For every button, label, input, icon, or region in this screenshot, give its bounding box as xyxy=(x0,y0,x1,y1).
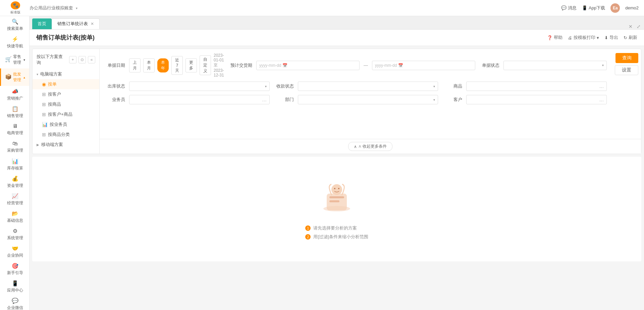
user-name[interactable]: demo2 xyxy=(625,5,639,10)
window-controls: ✕ ⤢ xyxy=(628,24,644,29)
tab-home[interactable]: 首页 xyxy=(32,18,52,29)
tab-close-icon[interactable]: ✕ xyxy=(91,21,94,26)
sidebar-item-label: 应用中心 xyxy=(7,288,23,293)
tip-text-1: 请先选择要分析的方案 xyxy=(313,224,357,232)
help-icon: ❓ xyxy=(547,35,552,40)
help-btn[interactable]: ❓ 帮助 xyxy=(547,35,562,41)
collapse-button[interactable]: ∧ ∧ 收起更多条件 xyxy=(348,142,392,151)
add-plan-icon[interactable]: + xyxy=(69,56,76,63)
dept-select[interactable]: ▾ xyxy=(298,95,438,104)
reset-button[interactable]: 设置 xyxy=(615,65,638,75)
collapse-panel-icon[interactable]: « xyxy=(88,56,95,63)
sidebar-item-inventory[interactable]: 📊 库存核算 xyxy=(0,156,29,173)
date-btn-this-month[interactable]: 本月 xyxy=(143,58,155,72)
sidebar-item-label: 销售管理 xyxy=(7,113,23,119)
sidebar-item-label: 新手引导 xyxy=(7,270,23,276)
tip-num-1: 1 xyxy=(305,225,311,231)
newbie-icon: 🎯 xyxy=(12,263,18,269)
enterprise-wechat-icon: 💬 xyxy=(12,298,18,304)
tree-item-by-goods-category[interactable]: ⊞ 按商品分类 xyxy=(33,130,99,140)
message-btn[interactable]: 💬 消息 xyxy=(561,5,577,11)
date-start-placeholder: yyyy-mm-dd xyxy=(259,63,281,68)
date-btn-custom[interactable]: 自定义 xyxy=(200,55,211,75)
filter-row-1: 单据日期 上月 本月 本年 近7天 更多 自定义 2023-01-01 至 20… xyxy=(105,53,607,78)
tab-home-label: 首页 xyxy=(38,21,46,27)
sidebar-item-label: 经营管理 xyxy=(7,200,23,206)
app-download-btn[interactable]: 📱 App下载 xyxy=(582,5,605,11)
dept-label: 部门 xyxy=(274,97,294,103)
window-maximize-icon[interactable]: ⤢ xyxy=(636,24,641,29)
out-status-label: 出库状态 xyxy=(105,83,125,89)
window-close-icon[interactable]: ✕ xyxy=(628,24,633,29)
date-btn-last-7[interactable]: 近7天 xyxy=(171,56,183,75)
sidebar-item-label: 采购管理 xyxy=(7,148,23,153)
tree-collapse-icon: ▶ xyxy=(37,143,39,147)
avatar[interactable]: Ea xyxy=(610,3,620,13)
expected-date-start[interactable]: yyyy-mm-dd 📅 xyxy=(256,61,360,70)
template-print-btn[interactable]: 🖨 按模板打印 ▾ xyxy=(568,35,599,41)
empty-tips: 1 请先选择要分析的方案 2 用[过滤]条件来缩小分析范围 xyxy=(305,224,368,241)
tree-mobile-label: 移动端方案 xyxy=(41,142,63,148)
tab-sales-order[interactable]: 销售订单统计表 ✕ xyxy=(52,18,100,29)
tree-item-by-order[interactable]: ◉ 按单 xyxy=(33,79,99,89)
salesman-input[interactable]: ... xyxy=(129,95,270,104)
tree-item-label: 按业务员 xyxy=(50,121,67,127)
date-btn-this-year[interactable]: 本年 xyxy=(157,58,169,72)
sidebar-item-sales[interactable]: 📋 销售管理 xyxy=(0,103,29,121)
customer-input[interactable]: ... xyxy=(466,95,607,104)
sidebar-item-finance[interactable]: 💰 资金管理 xyxy=(0,173,29,191)
tree-pc-section[interactable]: ▾ 电脑端方案 xyxy=(33,69,99,79)
sidebar-item-retail[interactable]: 🛒 零售管理 ▾ xyxy=(0,51,29,68)
sidebar-item-app-center[interactable]: 📱 应用中心 xyxy=(0,278,29,295)
out-status-select[interactable]: ▾ xyxy=(129,82,270,91)
settings-plan-icon[interactable]: ⊙ xyxy=(78,56,86,63)
salesman-label: 业务员 xyxy=(105,97,125,103)
tree-item-by-customer-goods[interactable]: ⊞ 按客户+商品 xyxy=(33,109,99,119)
receipt-status-dropdown-icon: ▾ xyxy=(433,85,435,88)
sidebar-item-quick-nav[interactable]: ⚡ 快捷导航 xyxy=(0,34,29,51)
tree-mobile-section[interactable]: ▶ 移动端方案 xyxy=(33,140,99,150)
finance-icon: 💰 xyxy=(12,175,18,182)
search-button[interactable]: 查询 xyxy=(615,53,638,63)
collapse-icon: ∧ xyxy=(354,144,357,149)
expected-date-end[interactable]: yyyy-mm-dd 📅 xyxy=(372,61,475,70)
date-btn-last-month[interactable]: 上月 xyxy=(129,58,141,72)
export-btn[interactable]: ⬇ 导出 xyxy=(604,35,618,41)
sidebar-item-search-menu[interactable]: 🔍 搜索菜单 xyxy=(0,16,29,34)
tree-item-by-goods[interactable]: ⊞ 按商品 xyxy=(33,99,99,109)
chart-icon: 📊 xyxy=(42,122,48,127)
tree-item-by-salesman[interactable]: 📊 按业务员 xyxy=(33,119,99,130)
receipt-status-select[interactable]: ▾ xyxy=(298,82,438,91)
right-filter: 单据日期 上月 本月 本年 近7天 更多 自定义 2023-01-01 至 20… xyxy=(100,49,612,139)
page-content: 销售订单统计表(按单) ❓ 帮助 🖨 按模板打印 ▾ ⬇ 导出 xyxy=(30,30,644,310)
date-btn-more[interactable]: 更多 xyxy=(185,58,197,72)
sidebar-item-purchase[interactable]: 🛍 采购管理 xyxy=(0,138,29,156)
status-select[interactable]: ▾ xyxy=(503,61,607,70)
sidebar-item-basic[interactable]: 📂 基础信息 xyxy=(0,208,29,225)
right-filter-wrap: 单据日期 上月 本月 本年 近7天 更多 自定义 2023-01-01 至 20… xyxy=(100,49,641,139)
grid-icon-1: ⊞ xyxy=(42,92,46,97)
tabbar: 首页 销售订单统计表 ✕ ✕ ⤢ xyxy=(30,16,644,30)
export-icon: ⬇ xyxy=(604,35,608,40)
customer-dots-icon[interactable]: ... xyxy=(599,97,604,103)
title-dropdown-icon[interactable]: ▾ xyxy=(76,6,77,10)
sidebar-item-marketing[interactable]: 📣 营销推广 xyxy=(0,86,29,103)
sidebar-item-operations[interactable]: 📈 经营管理 xyxy=(0,191,29,208)
sidebar-item-cooperation[interactable]: 🤝 企业协同 xyxy=(0,243,29,260)
collapse-bar: ∧ ∧ 收起更多条件 xyxy=(100,139,641,154)
tree-item-by-customer[interactable]: ⊞ 按客户 xyxy=(33,89,99,99)
refresh-btn[interactable]: ↻ 刷新 xyxy=(624,35,637,41)
system-icon: ⚙ xyxy=(13,228,17,234)
quick-nav-icon: ⚡ xyxy=(12,36,18,42)
sidebar-item-enterprise-wechat[interactable]: 💬 企业微信 xyxy=(0,295,29,310)
goods-input[interactable]: ... xyxy=(466,82,607,91)
sidebar-item-wholesale[interactable]: 📦 批发管理 ▴ xyxy=(0,68,29,86)
search-buttons: 查询 设置 xyxy=(612,49,641,139)
grid-icon-2: ⊞ xyxy=(42,102,46,107)
sidebar-item-ecommerce[interactable]: 🖥 电商管理 xyxy=(0,121,29,138)
sidebar-item-system[interactable]: ⚙ 系统管理 xyxy=(0,225,29,243)
tree-section: ▾ 电脑端方案 ◉ 按单 ⊞ 按客户 xyxy=(33,68,99,151)
goods-dots-icon[interactable]: ... xyxy=(599,83,604,89)
salesman-dots-icon[interactable]: ... xyxy=(262,97,266,103)
sidebar-item-newbie[interactable]: 🎯 新手引导 xyxy=(0,260,29,278)
